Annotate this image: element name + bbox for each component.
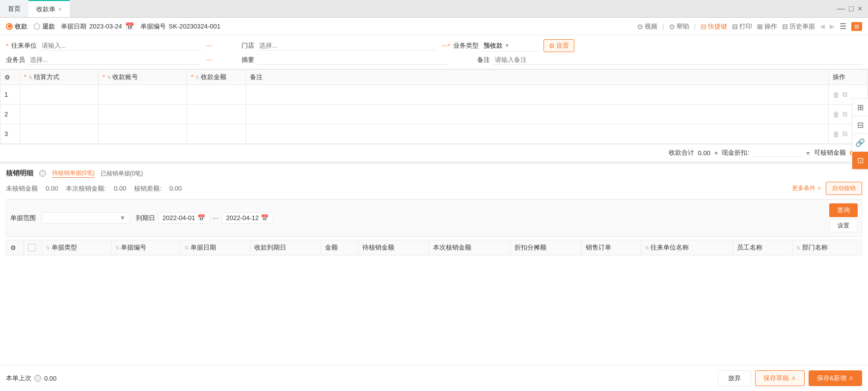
toolbar-right: ⊙ 视频 | ⊙ 帮助 | ⊟ 快捷键 ⊟ 打印 ⊞ 操作 ⊟ [637,22,862,31]
vth-gear[interactable]: ⚙ [6,240,24,255]
remark-input[interactable] [493,55,862,65]
vth-department: ⇅ 部门名称 [792,240,862,255]
partner-more-icon[interactable]: ··· [206,41,212,50]
radio-receive[interactable]: 收款 [6,22,27,31]
right-panel-active-icon[interactable]: ⊡ [852,152,868,169]
action-icons-1: 🗑 ⧉ [833,90,864,99]
save-button[interactable]: 保存&新增 ∧ [809,370,862,386]
vth-current: 本次核销金额 [429,240,511,255]
tab-close-icon[interactable]: × [58,6,62,13]
more-conditions-btn[interactable]: 更多条件 ∧ [792,184,822,193]
shop-label: 门店 [242,41,254,50]
bottom-amount: 0.00 [44,375,56,382]
staff-input[interactable] [28,55,201,65]
row-amount-2[interactable] [187,105,246,124]
row-account-2[interactable] [99,105,187,124]
video-btn[interactable]: ⊙ 视频 [637,22,657,31]
help-btn[interactable]: ⊙ 帮助 [669,22,689,31]
auto-verify-button[interactable]: 自动核销 [826,182,862,195]
query-button[interactable]: 查询 [829,203,858,217]
header-checkbox[interactable] [28,244,36,251]
vth-discount: 折扣分摊额 [511,240,581,255]
right-panel-link-icon[interactable]: 🔗 [852,134,868,152]
summary-field: 摘要 [242,55,448,65]
copy-icon-2[interactable]: ⧉ [842,110,847,118]
date-from-input[interactable]: 2022-04-01 📅 [158,212,210,223]
plus-sign: + [714,149,718,157]
row-remark-1[interactable] [246,85,829,105]
copy-icon-1[interactable]: ⧉ [842,90,847,99]
gear-icon: ⚙ [4,74,10,81]
row-amount-3[interactable] [187,124,246,144]
radio-refund[interactable]: 退款 [33,22,55,31]
vth-amount: 金额 [321,240,358,255]
shortcut-btn[interactable]: ⊟ 快捷键 [701,22,727,31]
staff-label: 业务员 [6,56,25,64]
business-type-select[interactable]: 预收款 ▼ [482,40,541,52]
calendar-to-icon: 📅 [261,214,269,222]
history-label: 历史单据 [789,22,815,31]
filter-right: 查询 设置 [829,203,858,232]
date-value[interactable]: 2023-03-24 [89,23,122,30]
help-icon: ⊙ [669,23,675,30]
number-value[interactable]: SK-20230324-001 [169,23,221,30]
row-account-3[interactable] [99,124,187,144]
shop-more-icon[interactable]: ··· [441,41,448,50]
minimize-icon[interactable]: — [837,4,845,13]
menu-icon[interactable]: ☰ [840,22,846,31]
vth-pending: 待核销金额 [358,240,429,255]
bottom-info-icon[interactable]: ⓘ [34,375,41,382]
abandon-button[interactable]: 放弃 [718,370,751,386]
row-settlement-3[interactable] [20,124,99,144]
print-btn[interactable]: ⊟ 打印 [732,22,752,31]
staff-more-icon[interactable]: ··· [206,56,212,64]
th-gear[interactable]: ⚙ [0,70,20,85]
shop-field: 门店 ··· [242,41,448,51]
bottom-right: 放弃 保存草稿 ∧ 保存&新增 ∧ [718,370,862,386]
summary-input[interactable] [257,55,448,65]
operation-btn[interactable]: ⊞ 操作 [757,22,777,31]
delete-icon-2[interactable]: 🗑 [833,111,840,118]
row-settlement-1[interactable] [20,85,99,105]
close-icon[interactable]: × [858,4,862,13]
filter-settings-button[interactable]: 设置 [829,219,858,232]
due-date-label: 到期日 [136,214,155,223]
tab-pending[interactable]: 待核销单据(0笔) [52,169,95,178]
row-account-1[interactable] [99,85,187,105]
delete-icon-1[interactable]: 🗑 [833,91,840,99]
history-btn[interactable]: ⊟ 历史单据 [782,22,815,31]
business-type-field: * 业务类型 预收款 ▼ ⚙ 设置 [448,39,862,52]
radio-refund-label: 退款 [42,22,55,31]
grid-icon[interactable]: ⊞ [851,22,862,31]
delete-icon-3[interactable]: 🗑 [833,130,840,138]
right-panel-table-icon[interactable]: ⊞ [852,99,868,116]
verify-info-icon[interactable]: ⓘ [39,170,46,177]
current-label: 本次核销金额: [66,184,106,193]
range-select[interactable]: ▼ [42,212,130,223]
row-amount-1[interactable] [187,85,246,105]
shop-input[interactable] [257,41,436,51]
verify-header-row: ⚙ ⇅ 单据类型 ⇅ 单据编号 ⇅ 单据日期 [6,240,862,255]
unchecked-label: 未核销金额 [6,184,38,193]
date-to-input[interactable]: 2022-04-12 📅 [222,212,273,223]
row-remark-2[interactable] [246,105,829,124]
discount-input[interactable] [753,149,802,157]
maximize-icon[interactable]: □ [849,4,854,13]
settings-button[interactable]: ⚙ 设置 [543,39,574,52]
tab-home[interactable]: 首页 [0,0,28,17]
table-row: 2 🗑 ⧉ [0,105,868,124]
toolbar: 收款 退款 单据日期 2023-03-24 📅 单据编号 SK-20230324… [0,18,868,35]
verify-table: ⚙ ⇅ 单据类型 ⇅ 单据编号 ⇅ 单据日期 [6,240,862,255]
right-panel-doc-icon[interactable]: ⊟ [852,116,868,134]
draft-button[interactable]: 保存草稿 ∧ [755,370,805,386]
select-arrow-icon: ▼ [505,43,510,48]
row-index-1: 1 [0,85,20,105]
copy-icon-3[interactable]: ⧉ [842,130,847,138]
row-remark-3[interactable] [246,124,829,144]
partner-input[interactable] [40,41,201,51]
row-settlement-2[interactable] [20,105,99,124]
tab-active[interactable]: 收款单 × [28,0,70,17]
sep3: ◀ [820,23,825,30]
tab-done[interactable]: 已核销单据(0笔) [101,169,143,178]
calendar-icon[interactable]: 📅 [125,22,135,31]
